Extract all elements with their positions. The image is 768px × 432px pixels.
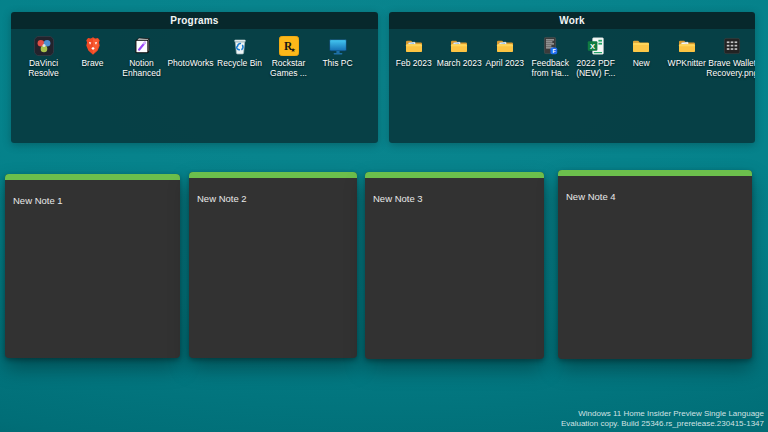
recycle-bin-icon — [230, 36, 250, 56]
icon-label: Rockstar Games ... — [263, 59, 315, 78]
desktop-icon-feedback-document[interactable]: F Feedback from Ha... — [528, 36, 574, 78]
sticky-note-2[interactable]: New Note 2 — [189, 172, 357, 358]
watermark-line-1: Windows 11 Home Insider Preview Single L… — [561, 409, 764, 419]
desktop-icon-wpknitter[interactable]: WPKnitter — [664, 36, 710, 69]
desktop-icon-new-folder[interactable]: New — [619, 36, 665, 69]
desktop-icon-feb-2023[interactable]: Feb 2023 — [391, 36, 437, 69]
desktop-icon-brave[interactable]: Brave — [68, 36, 117, 69]
fence-programs: Programs DaVinci Resolve — [11, 12, 378, 143]
icon-label: WPKnitter — [661, 59, 713, 69]
desktop-icon-rockstar-games[interactable]: R ★ Rockstar Games ... — [264, 36, 313, 78]
icon-label: Brave — [67, 59, 119, 69]
sticky-note-4[interactable]: New Note 4 — [558, 170, 752, 359]
icon-label: April 2023 — [479, 59, 531, 69]
folder-icon — [677, 36, 697, 56]
icon-label: This PC — [312, 59, 364, 69]
icon-label: 2022 PDF (NEW) F... — [570, 59, 622, 78]
fence-work-header[interactable]: Work — [389, 12, 755, 29]
folder-empty-icon — [631, 36, 651, 56]
image-file-icon — [722, 36, 742, 56]
sticky-note-accent-bar — [5, 174, 180, 180]
desktop-icon-march-2023[interactable]: March 2023 — [437, 36, 483, 69]
desktop-icon-this-pc[interactable]: This PC — [313, 36, 362, 69]
icon-label: Feb 2023 — [389, 59, 440, 69]
fence-title: Programs — [170, 15, 218, 26]
desktop-icon-recycle-bin[interactable]: Recycle Bin — [215, 36, 264, 69]
davinci-resolve-icon — [34, 36, 54, 56]
rockstar-games-icon: R ★ — [279, 36, 299, 56]
notion-enhanced-icon — [132, 36, 152, 56]
desktop-icon-april-2023[interactable]: April 2023 — [482, 36, 528, 69]
brave-icon — [83, 36, 103, 56]
desktop: Programs DaVinci Resolve — [0, 0, 768, 432]
desktop-icon-photoworks[interactable]: PhotoWorks — [166, 36, 215, 69]
fence-work-body: Feb 2023 March 2023 — [389, 29, 755, 143]
sticky-note-3[interactable]: New Note 3 — [365, 172, 544, 359]
icon-label: Feedback from Ha... — [524, 59, 576, 78]
fence-programs-header[interactable]: Programs — [11, 12, 378, 29]
this-pc-icon — [328, 36, 348, 56]
icon-label: March 2023 — [433, 59, 485, 69]
sticky-note-accent-bar — [365, 172, 544, 178]
desktop-icon-brave-wallet-recovery[interactable]: Brave Wallet Recovery.png — [710, 36, 756, 78]
desktop-icon-notion-enhanced[interactable]: Notion Enhanced — [117, 36, 166, 78]
document-icon: F — [540, 36, 560, 56]
desktop-icon-davinci-resolve[interactable]: DaVinci Resolve — [19, 36, 68, 78]
watermark-line-2: Evaluation copy. Build 25346.rs_prerelea… — [561, 419, 764, 429]
icon-label: New — [615, 59, 667, 69]
svg-text:★: ★ — [290, 46, 295, 53]
fence-title: Work — [559, 15, 585, 26]
sticky-note-text[interactable]: New Note 1 — [13, 195, 172, 206]
photoworks-icon — [181, 36, 201, 56]
icon-label: PhotoWorks — [165, 59, 217, 69]
sticky-note-text[interactable]: New Note 3 — [373, 193, 536, 204]
desktop-icon-excel-file[interactable]: X 2022 PDF (NEW) F... — [573, 36, 619, 78]
windows-evaluation-watermark: Windows 11 Home Insider Preview Single L… — [561, 409, 764, 428]
svg-text:X: X — [590, 42, 595, 51]
icon-label: Recycle Bin — [214, 59, 266, 69]
sticky-note-accent-bar — [558, 170, 752, 176]
fence-work: Work Feb 2023 — [389, 12, 755, 143]
icon-label: DaVinci Resolve — [18, 59, 70, 78]
folder-icon — [495, 36, 515, 56]
icon-label: Notion Enhanced — [116, 59, 168, 78]
sticky-note-text[interactable]: New Note 2 — [197, 193, 349, 204]
icon-label: Brave Wallet Recovery.png — [706, 59, 755, 78]
folder-icon — [404, 36, 424, 56]
fence-programs-body: DaVinci Resolve Brave — [11, 29, 378, 143]
excel-file-icon: X — [586, 36, 606, 56]
folder-icon — [449, 36, 469, 56]
sticky-note-accent-bar — [189, 172, 357, 178]
sticky-note-1[interactable]: New Note 1 — [5, 174, 180, 358]
sticky-note-text[interactable]: New Note 4 — [566, 191, 744, 202]
